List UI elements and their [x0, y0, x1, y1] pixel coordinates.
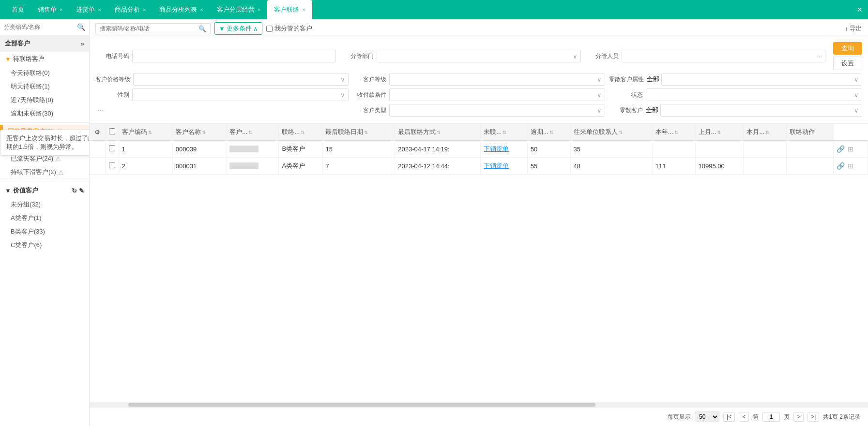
- query-btn[interactable]: 查询: [833, 42, 862, 55]
- price-level-select[interactable]: ∨: [133, 73, 349, 86]
- select-all-checkbox[interactable]: [109, 128, 115, 134]
- close-customer-contact-icon[interactable]: ×: [302, 7, 305, 13]
- more-action-icon[interactable]: ⊞: [848, 145, 853, 153]
- retail-attr-select[interactable]: ∨: [661, 73, 862, 86]
- sidebar-item-declining[interactable]: 持续下滑客户(2) ⚠: [0, 165, 89, 179]
- horizontal-scrollbar[interactable]: [90, 402, 868, 407]
- close-product-list-icon[interactable]: ×: [200, 7, 203, 13]
- sidebar-search-input[interactable]: [4, 24, 77, 30]
- overdue-sort-icon[interactable]: ⇅: [549, 130, 553, 135]
- type-sort-icon[interactable]: ⇅: [248, 130, 252, 135]
- close-sales-icon[interactable]: ×: [60, 7, 62, 13]
- not-contacted-sort-icon[interactable]: ⇅: [503, 130, 506, 135]
- sidebar-item-b-class[interactable]: B类客户(33): [0, 225, 89, 238]
- sidebar-item-unclassified[interactable]: 未分组(32): [0, 198, 89, 211]
- nav-product-list[interactable]: 商品分析列表 ×: [152, 0, 210, 19]
- more-action-icon[interactable]: ⊞: [848, 162, 853, 170]
- contact-icon[interactable]: 🔗: [837, 145, 845, 153]
- code-value-cell: 000039: [172, 141, 226, 158]
- company-sort-icon[interactable]: ⇅: [619, 130, 623, 135]
- person-select[interactable]: ···: [622, 50, 825, 62]
- filter-cell-retail-customer: 零散客户 全部 ∨: [609, 104, 862, 117]
- nav-customer-contact[interactable]: 客户联络 ×: [267, 0, 312, 19]
- 7days-label: 近7天待联络(0): [11, 96, 53, 104]
- last-method-cell[interactable]: 下销货单: [481, 158, 527, 175]
- sidebar-item-7days[interactable]: 近7天待联络(0): [0, 93, 89, 107]
- customer-level-select[interactable]: ∨: [389, 73, 606, 86]
- sidebar-item-a-class[interactable]: A类客户(1): [0, 211, 89, 225]
- row-checkbox-0[interactable]: [109, 145, 115, 151]
- sidebar-search-icon[interactable]: 🔍: [77, 23, 85, 31]
- sidebar-value-customers-section[interactable]: ▼ 价值客户 ↻ ✎: [0, 183, 89, 198]
- nav-customer-segment[interactable]: 客户分层经营 ×: [210, 0, 267, 19]
- prev-page-btn[interactable]: <: [739, 412, 749, 422]
- last-date-cell: 2023-04-17 14:19:: [395, 141, 481, 158]
- more-conditions-btn[interactable]: ▼ 更多条件 ∧: [214, 22, 262, 35]
- window-close-button[interactable]: ×: [857, 5, 862, 15]
- scrollbar-thumb[interactable]: [128, 403, 595, 407]
- sidebar-collapse-icon[interactable]: »: [81, 40, 84, 47]
- phone-input[interactable]: [132, 50, 336, 62]
- action-cell: 🔗 ⊞: [833, 141, 868, 158]
- sidebar-pending-group[interactable]: ▼ 待联络客户: [0, 52, 89, 66]
- contact-sort-icon[interactable]: ⇅: [301, 130, 305, 135]
- nav-product-analysis[interactable]: 商品分析 ×: [108, 0, 152, 19]
- gender-select[interactable]: ∨: [132, 88, 349, 101]
- last-page-btn[interactable]: >|: [807, 412, 819, 422]
- set-btn[interactable]: 设置: [833, 57, 862, 70]
- edit-icon[interactable]: ✎: [79, 187, 84, 194]
- export-label: 导出: [850, 24, 862, 33]
- nav-home[interactable]: 首页: [5, 0, 31, 19]
- search-input[interactable]: [100, 25, 197, 32]
- settings-cell: [90, 158, 105, 175]
- this-month-sort-icon[interactable]: ⇅: [765, 130, 769, 135]
- per-page-select[interactable]: 50 20 100: [695, 411, 719, 422]
- last-method-cell[interactable]: 下销货单: [481, 141, 527, 158]
- last-method-link[interactable]: 下销货单: [484, 162, 509, 169]
- my-customers-checkbox[interactable]: [266, 26, 273, 32]
- retail-customer-value: 全部: [646, 106, 658, 115]
- sidebar-item-overdue[interactable]: 逾期未联络(30): [0, 107, 89, 120]
- export-btn[interactable]: ↑ 导出: [845, 24, 863, 33]
- settings-col-header[interactable]: ⚙: [90, 124, 105, 141]
- last-method-link[interactable]: 下销货单: [484, 145, 509, 152]
- nav-sales[interactable]: 销售单 ×: [31, 0, 69, 19]
- filter-cell-dots: ···: [95, 106, 349, 115]
- refresh-icon[interactable]: ↻: [72, 187, 77, 194]
- this-year-col-header: 本年...⇅: [652, 124, 695, 141]
- nav-purchase[interactable]: 进货单 ×: [69, 0, 107, 19]
- page-input[interactable]: [762, 412, 780, 422]
- last-date-cell: 2023-04-12 14:44:: [395, 158, 481, 175]
- next-page-btn[interactable]: >: [793, 412, 804, 422]
- sidebar-item-today[interactable]: 今天待联络(0): [0, 66, 89, 80]
- close-product-analysis-icon[interactable]: ×: [143, 7, 146, 13]
- data-table: ⚙ 客户编码⇅ 客户名称⇅ 客户...⇅ 联络...⇅ 最后联络日期⇅ 最后联络…: [90, 124, 868, 175]
- dots-icon[interactable]: ···: [95, 106, 106, 115]
- row-checkbox-1[interactable]: [109, 162, 115, 168]
- sidebar-item-tomorrow[interactable]: 明天待联络(1): [0, 80, 89, 93]
- row-actions: 🔗 ⊞: [837, 162, 865, 170]
- filter-cell-person: 分管人员 ···: [585, 50, 825, 62]
- payment-select[interactable]: ∨: [389, 88, 606, 101]
- dept-select[interactable]: ∨: [377, 50, 580, 62]
- search-icon[interactable]: 🔍: [198, 25, 206, 32]
- status-select[interactable]: ∨: [646, 88, 862, 101]
- first-page-btn[interactable]: |<: [723, 412, 735, 422]
- retail-customer-select[interactable]: ∨: [660, 104, 862, 117]
- last-month-sort-icon[interactable]: ⇅: [717, 130, 721, 135]
- checkbox-cell: [105, 158, 119, 175]
- this-year-sort-icon[interactable]: ⇅: [674, 130, 678, 135]
- close-customer-segment-icon[interactable]: ×: [258, 7, 260, 13]
- customer-type-select[interactable]: ∨: [389, 104, 606, 117]
- last-method-sort-icon[interactable]: ⇅: [437, 130, 441, 135]
- this-month-cell: [787, 141, 833, 158]
- contact-icon[interactable]: 🔗: [837, 162, 845, 170]
- code-sort-icon[interactable]: ⇅: [148, 130, 152, 135]
- filter-cell-customer-type: 客户类型 ∨: [352, 104, 606, 117]
- sidebar-item-c-class[interactable]: C类客户(6): [0, 238, 89, 252]
- close-purchase-icon[interactable]: ×: [98, 7, 101, 13]
- last-date-sort-icon[interactable]: ⇅: [364, 130, 368, 135]
- settings-cell: [90, 141, 105, 158]
- name-sort-icon[interactable]: ⇅: [202, 130, 206, 135]
- checkbox-col-header[interactable]: [105, 124, 119, 141]
